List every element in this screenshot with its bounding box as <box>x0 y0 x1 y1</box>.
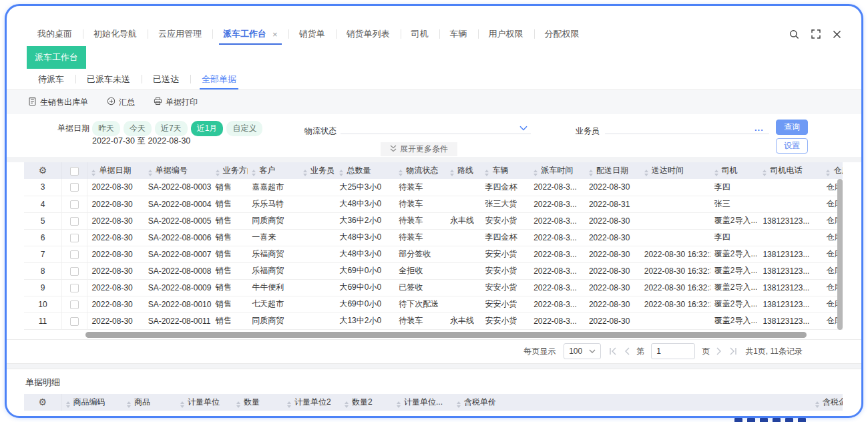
column-header[interactable]: 数量 <box>232 394 283 411</box>
column-header[interactable]: 业务员 <box>299 162 336 179</box>
fullscreen-icon[interactable] <box>811 29 821 39</box>
top-tab[interactable]: 派车工作台× <box>212 23 288 45</box>
toolbar-summary-button[interactable]: 汇总 <box>107 97 135 108</box>
column-header[interactable]: 业务方向 <box>212 162 248 179</box>
date-preset-pill[interactable]: 近7天 <box>155 121 188 136</box>
column-header[interactable]: 配送日期 <box>585 162 640 179</box>
toolbar-printer-button[interactable]: 单据打印 <box>154 97 198 108</box>
column-header[interactable]: 商品编码 <box>61 394 123 411</box>
checkbox-icon[interactable] <box>70 284 79 292</box>
row-select[interactable] <box>62 179 87 196</box>
row-select[interactable] <box>62 279 87 296</box>
date-preset-pill[interactable]: 今天 <box>124 121 152 136</box>
top-tab[interactable]: 车辆 <box>439 23 478 45</box>
checkbox-icon[interactable] <box>70 200 79 209</box>
row-select[interactable] <box>62 196 87 212</box>
top-tab[interactable]: 云应用管理 <box>148 23 212 45</box>
table-row[interactable]: 92022-08-30SA-2022-08-0009销售牛牛便利大69中0小0已… <box>24 279 843 296</box>
gear-icon[interactable]: ⚙ <box>38 397 47 407</box>
checkbox-icon[interactable] <box>70 234 79 242</box>
date-preset-pill[interactable]: 昨天 <box>92 121 120 136</box>
table-row[interactable]: 112022-08-30SA-2022-08-0011销售同质商贸大13中2小0… <box>24 312 843 329</box>
date-range-value[interactable]: 2022-07-30 至 2022-08-30 <box>92 136 190 147</box>
top-tab[interactable]: 销货单列表 <box>336 23 401 45</box>
tab-close-icon[interactable]: × <box>272 29 278 39</box>
last-page-button[interactable] <box>729 347 737 355</box>
prev-page-button[interactable] <box>624 347 630 355</box>
top-tab[interactable]: 我的桌面 <box>27 23 83 45</box>
row-select[interactable] <box>62 296 87 312</box>
column-header[interactable]: 单据日期 <box>87 162 144 179</box>
column-header[interactable]: 客户 <box>248 162 299 179</box>
column-header[interactable]: 仓库 <box>822 162 843 179</box>
cell <box>640 229 710 246</box>
query-button[interactable]: 查询 <box>776 120 808 135</box>
close-icon[interactable] <box>833 30 841 39</box>
top-tab[interactable]: 用户权限 <box>478 23 534 45</box>
row-select[interactable] <box>62 312 87 329</box>
salesman-picker-ellipsis[interactable]: ... <box>754 123 764 133</box>
sub-tab[interactable]: 已送达 <box>142 69 190 89</box>
checkbox-icon[interactable] <box>70 183 79 192</box>
column-header[interactable]: 总数量 <box>335 162 395 179</box>
table-row[interactable]: 42022-08-30SA-2022-08-0004销售乐乐马特大48中3小0待… <box>24 196 843 212</box>
checkbox-icon[interactable] <box>70 250 79 259</box>
column-header[interactable]: 单据编号 <box>144 162 212 179</box>
select-all-checkbox[interactable] <box>62 162 87 179</box>
gear-icon[interactable]: ⚙ <box>39 165 47 176</box>
column-settings-gear[interactable]: ⚙ <box>24 162 62 179</box>
vertical-scrollbar[interactable] <box>837 179 843 330</box>
top-tab[interactable]: 司机 <box>401 23 439 45</box>
search-icon[interactable] <box>789 29 799 39</box>
first-page-button[interactable] <box>609 347 617 355</box>
logistics-select[interactable] <box>341 120 531 134</box>
settings-button[interactable]: 设置 <box>776 138 808 154</box>
row-select[interactable] <box>62 212 87 229</box>
sub-tab[interactable]: 待派车 <box>27 69 75 89</box>
column-header[interactable]: 车辆 <box>481 162 529 179</box>
column-header[interactable]: 物流状态 <box>395 162 446 179</box>
table-row[interactable]: 52022-08-30SA-2022-08-0005销售同质商贸大36中2小0待… <box>24 212 843 229</box>
row-select[interactable] <box>62 246 87 262</box>
toolbar-doc-button[interactable]: 生销售出库单 <box>28 97 88 108</box>
top-tab[interactable]: 分配权限 <box>534 23 590 45</box>
table-row[interactable]: 72022-08-30SA-2022-08-0007销售乐福商贸大48中3小0部… <box>24 246 843 262</box>
column-header[interactable]: 计量单位 <box>176 394 232 411</box>
row-select[interactable] <box>62 262 87 279</box>
date-preset-pill[interactable]: 自定义 <box>226 121 262 136</box>
sub-tab[interactable]: 全部单据 <box>190 69 248 89</box>
checkbox-icon[interactable] <box>70 167 79 176</box>
horizontal-scrollbar[interactable] <box>85 332 807 338</box>
chevron-down-icon[interactable] <box>519 124 527 133</box>
column-header[interactable]: 派车时间 <box>529 162 585 179</box>
column-header[interactable]: 商品 <box>123 394 176 411</box>
top-tab[interactable]: 销货单 <box>288 23 336 45</box>
column-header[interactable]: 含税金额 <box>791 394 843 411</box>
column-settings-gear[interactable]: ⚙ <box>24 394 61 411</box>
checkbox-icon[interactable] <box>70 300 79 309</box>
column-header[interactable]: 计量单位2 <box>283 394 341 411</box>
top-tab[interactable]: 初始化导航 <box>83 23 148 45</box>
next-page-button[interactable] <box>716 347 722 355</box>
column-header[interactable]: 含税单价 <box>453 394 519 411</box>
expand-more-button[interactable]: 展开更多条件 <box>381 142 457 156</box>
column-header[interactable]: 路线 <box>446 162 481 179</box>
salesman-input[interactable] <box>605 120 769 134</box>
column-header[interactable]: 司机 <box>710 162 759 179</box>
per-page-select[interactable]: 100 <box>564 343 601 359</box>
column-header[interactable]: 计量单位... <box>393 394 453 411</box>
column-header[interactable]: 司机电话 <box>758 162 822 179</box>
table-row[interactable]: 62022-08-30SA-2022-08-0006销售一喜来大48中3小0待装… <box>24 229 843 246</box>
date-preset-pill[interactable]: 近1月 <box>191 121 224 136</box>
checkbox-icon[interactable] <box>70 217 79 226</box>
table-row[interactable]: 82022-08-30SA-2022-08-0008销售乐福商贸大69中0小0全… <box>24 262 843 279</box>
sub-tab[interactable]: 已派车未送 <box>75 69 142 89</box>
column-header[interactable]: 数量2 <box>341 394 393 411</box>
column-header[interactable]: 送达时间 <box>640 162 710 179</box>
row-select[interactable] <box>62 229 87 246</box>
checkbox-icon[interactable] <box>70 317 79 326</box>
page-input[interactable] <box>651 343 695 359</box>
table-row[interactable]: 32022-08-30SA-2022-08-0003销售嘉嘉超市大25中3小0待… <box>24 179 843 196</box>
table-row[interactable]: 102022-08-30SA-2022-08-0010销售七天超市大69中0小0… <box>24 296 843 312</box>
checkbox-icon[interactable] <box>70 267 79 276</box>
